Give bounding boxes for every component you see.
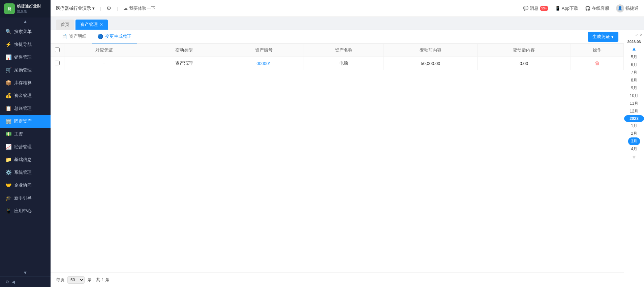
generate-voucher-btn[interactable]: 生成凭证 ▾ <box>588 32 618 42</box>
experience-icon: ☁ <box>123 6 128 11</box>
per-page-select[interactable]: 102050100 <box>67 276 85 284</box>
sidebar-item-purchase[interactable]: 🛒 采购管理 <box>0 64 51 76</box>
sidebar-item-search[interactable]: 🔍 搜索菜单 <box>0 25 51 38</box>
timeline-month-8月[interactable]: 8月 <box>627 76 641 84</box>
timeline-month-2月[interactable]: 2月 <box>628 130 640 137</box>
table-row: -- 资产清理 000001 电脑 50,000.00 0.00 🗑 <box>51 57 624 70</box>
row-change-type-0: 资产清理 <box>144 57 224 70</box>
sidebar-item-enterprise[interactable]: 🤝 企业协同 <box>0 179 51 192</box>
content-area: 📄 资产明细 🔵 变更生成凭证 生成凭证 ▾ 对应凭 <box>51 30 644 287</box>
tab-asset-mgmt[interactable]: 资产管理✕ <box>75 20 108 30</box>
sidebar-item-finance[interactable]: 💰 资金管理 <box>0 89 51 102</box>
user-label: 畅捷通 <box>625 5 639 11</box>
sidebar-icon-fixed-assets: 🏢 <box>5 118 11 124</box>
timeline-year-marker[interactable]: 2023 <box>624 115 644 122</box>
header-settings-icon[interactable]: ⚙ <box>106 5 111 11</box>
sidebar-label-app-center: 应用中心 <box>14 208 32 214</box>
timeline-scroll-up[interactable]: ▲ <box>630 44 638 53</box>
sidebar-logo: 财 畅捷通好业财 普及版 <box>0 0 51 18</box>
table-container: 对应凭证 变动类型 资产编号 资产名称 变动前内容 变动后内容 操作 -- 资产… <box>51 44 624 273</box>
timeline-month-3月[interactable]: 3月 <box>628 137 640 145</box>
sidebar-item-tutorial[interactable]: 🎓 新手引导 <box>0 192 51 204</box>
sidebar-item-inventory[interactable]: 📦 库存核算 <box>0 76 51 89</box>
sidebar-label-operations: 经营管理 <box>14 144 32 150</box>
timeline-month-12月[interactable]: 12月 <box>627 107 641 115</box>
sidebar-item-basic-info[interactable]: 📁 基础信息 <box>0 153 51 166</box>
customer-service-label: 在线客服 <box>592 5 609 11</box>
delete-btn-0[interactable]: 🗑 <box>595 61 600 66</box>
inner-tab-label-asset-detail: 资产明细 <box>69 33 87 39</box>
app-download-icon: 📱 <box>555 6 560 11</box>
total-text: 条，共 1 条 <box>87 277 110 283</box>
row-checkbox-0[interactable] <box>51 57 64 70</box>
sidebar-icon-purchase: 🛒 <box>5 67 11 73</box>
th-change-type: 变动类型 <box>144 44 224 57</box>
tab-home[interactable]: 首页 <box>56 20 74 30</box>
tabs-bar: 首页资产管理✕ <box>51 17 644 30</box>
notification-btn[interactable]: 💬 消息 99+ <box>523 5 548 11</box>
table-body: -- 资产清理 000001 电脑 50,000.00 0.00 🗑 <box>51 57 624 70</box>
sidebar-label-system: 系统管理 <box>14 169 32 176</box>
header: 医疗器械行业演示 ▾ | ⚙ | ☁ 我要体验一下 💬 消息 99+ 📱 App… <box>51 0 644 17</box>
sidebar-nav: 🔍 搜索菜单 ⚡ 快捷导航 📊 销售管理 🛒 采购管理 📦 库存核算 💰 资金管… <box>0 25 51 269</box>
customer-service-icon: 🎧 <box>585 6 590 11</box>
sidebar-item-operations[interactable]: 📈 经营管理 <box>0 140 51 153</box>
generate-chevron-icon: ▾ <box>611 34 614 39</box>
inner-tab-label-change-voucher: 变更生成凭证 <box>105 33 131 39</box>
sidebar-icon-ledger: 📋 <box>5 105 11 111</box>
sidebar-item-sales[interactable]: 📊 销售管理 <box>0 51 51 64</box>
timeline-month-11月[interactable]: 11月 <box>627 100 641 107</box>
sidebar-item-fixed-assets[interactable]: 🏢 固定资产 <box>0 115 51 128</box>
sidebar-item-app-center[interactable]: 📱 应用中心 <box>0 204 51 217</box>
notification-badge: 99+ <box>540 6 548 11</box>
tab-close-asset-mgmt[interactable]: ✕ <box>100 22 103 27</box>
sidebar-label-fixed-assets: 固定资产 <box>14 118 32 124</box>
inner-tab-icon-asset-detail: 📄 <box>61 34 67 39</box>
sidebar-label-search: 搜索菜单 <box>14 29 32 35</box>
th-voucher: 对应凭证 <box>64 44 144 57</box>
timeline-month-4月[interactable]: 4月 <box>628 145 640 153</box>
timeline-month-7月[interactable]: 7月 <box>627 69 641 76</box>
timeline-month-6月[interactable]: 6月 <box>627 61 641 69</box>
sidebar-icon-quick-nav: ⚡ <box>5 41 11 47</box>
th-asset-name: 资产名称 <box>304 44 384 57</box>
timeline-month-10月[interactable]: 10月 <box>627 92 641 100</box>
timeline-month-1月[interactable]: 1月 <box>628 122 640 130</box>
inner-tab-change-voucher[interactable]: 🔵 变更生成凭证 <box>92 30 137 43</box>
table-header: 对应凭证 变动类型 资产编号 资产名称 变动前内容 变动后内容 操作 <box>51 44 624 57</box>
sidebar-footer: ⚙ ◀ <box>0 277 51 287</box>
sidebar-label-purchase: 采购管理 <box>14 67 32 73</box>
sidebar-item-ledger[interactable]: 📋 总账管理 <box>0 102 51 115</box>
user-menu[interactable]: 👤 畅捷通 <box>616 4 639 12</box>
sidebar-logo-text: 畅捷通好业财 普及版 <box>17 4 41 14</box>
sidebar-scroll-up[interactable]: ▲ <box>0 18 51 25</box>
app-download-label: App下载 <box>562 5 578 11</box>
sidebar: 财 畅捷通好业财 普及版 ▲ 🔍 搜索菜单 ⚡ 快捷导航 📊 销售管理 🛒 采购… <box>0 0 51 287</box>
app-download-btn[interactable]: 📱 App下载 <box>555 5 578 11</box>
sidebar-icon-search: 🔍 <box>5 29 11 35</box>
notification-label: 消息 <box>530 5 539 11</box>
timeline-scroll-down[interactable]: ▼ <box>630 153 638 162</box>
timeline-close-icon[interactable]: ✕ <box>640 33 643 37</box>
per-page-label: 每页 <box>56 277 65 283</box>
sidebar-item-quick-nav[interactable]: ⚡ 快捷导航 <box>0 38 51 51</box>
data-table: 对应凭证 变动类型 资产编号 资产名称 变动前内容 变动后内容 操作 -- 资产… <box>51 44 624 70</box>
sidebar-label-quick-nav: 快捷导航 <box>14 41 32 47</box>
content: 📄 资产明细 🔵 变更生成凭证 生成凭证 ▾ 对应凭 <box>51 30 624 287</box>
sidebar-scroll-down[interactable]: ▼ <box>0 269 51 277</box>
company-selector[interactable]: 医疗器械行业演示 ▾ <box>56 5 95 11</box>
timeline-month-5月[interactable]: 5月 <box>627 53 641 61</box>
sidebar-collapse-icon[interactable]: ◀ <box>12 280 15 284</box>
sidebar-item-system[interactable]: ⚙️ 系统管理 <box>0 166 51 179</box>
sidebar-item-salary[interactable]: 💵 工资 <box>0 128 51 140</box>
customer-service-btn[interactable]: 🎧 在线客服 <box>585 5 609 11</box>
sidebar-settings-icon[interactable]: ⚙ <box>5 280 9 284</box>
inner-tabs: 📄 资产明细 🔵 变更生成凭证 生成凭证 ▾ <box>51 30 624 44</box>
select-all-checkbox[interactable] <box>55 47 60 52</box>
timeline-month-9月[interactable]: 9月 <box>627 84 641 92</box>
th-asset-no: 资产编号 <box>224 44 304 57</box>
sidebar-label-basic-info: 基础信息 <box>14 157 32 163</box>
timeline-expand-icon[interactable]: ⤢ <box>635 33 638 37</box>
experience-btn[interactable]: ☁ 我要体验一下 <box>123 5 155 11</box>
inner-tab-asset-detail[interactable]: 📄 资产明细 <box>56 30 92 43</box>
